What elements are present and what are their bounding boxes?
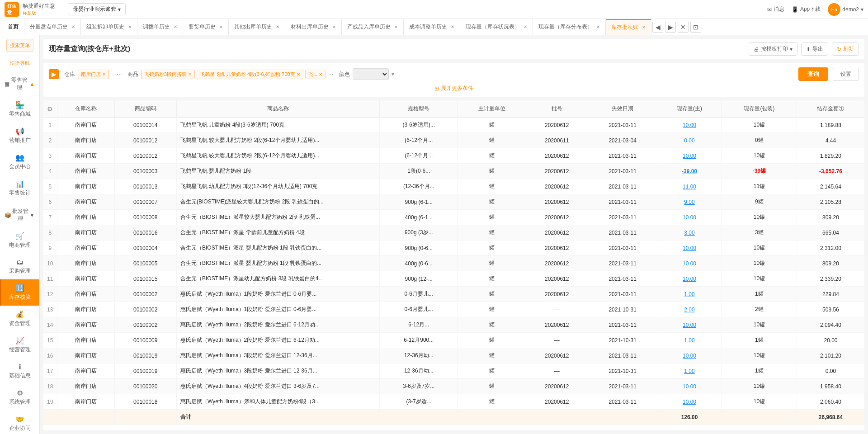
logo-text: 畅捷通好生意 标题版 [23,3,55,16]
message-btn[interactable]: ✉ 消息 [767,5,784,13]
app-download-btn[interactable]: 📱 App下载 [792,5,821,13]
cell-qty-main[interactable]: 1.00 [657,363,722,379]
cell-qty-main[interactable]: 10.00 [657,148,722,164]
sidebar-item-wholesale[interactable]: 📦 批发管理 ▼ [0,203,39,227]
table-gear-icon[interactable]: ⚙ [47,105,53,113]
tab-close-11[interactable]: ✕ [642,25,646,30]
expand-more-btn[interactable]: ⊞ 展开更多条件 [434,85,473,92]
cell-spec: 900g (0-6... [380,241,458,256]
tab-9[interactable]: 现存量（库存状况表） ✕ [460,19,533,35]
goods-tag-close-1[interactable]: ✕ [297,72,300,77]
sidebar-item-enterprise[interactable]: 🤝 企业协同 [0,410,39,434]
goods-tag-2[interactable]: 飞... ✕ [305,70,326,79]
tab-close-all-btn[interactable]: ✕ [678,22,689,33]
sidebar-item-finance[interactable]: 💰 资金管理 [0,306,39,332]
cell-qty-main[interactable]: 10.00 [657,271,722,287]
cell-qty-main[interactable]: 0.00 [657,133,722,148]
sum-empty-2 [57,410,114,425]
tab-close-10[interactable]: ✕ [596,24,600,29]
tab-close-3[interactable]: ✕ [174,24,177,29]
goods-more-btn[interactable]: ··· [328,71,334,78]
cell-qty-main[interactable]: 2.00 [657,302,722,317]
settings-btn[interactable]: 设置 [833,68,859,81]
tab-2[interactable]: 组装拆卸单历史 ✕ [81,19,137,35]
export-btn[interactable]: ⬆ 导出 [801,42,828,56]
tab-close-8[interactable]: ✕ [451,24,454,29]
quick-nav-btn[interactable]: 快捷导航 [0,56,39,70]
sidebar-item-marketing[interactable]: 📢 营销推广 [0,123,39,149]
color-select[interactable] [353,68,389,80]
cell-expire: 2021-03-04 [588,133,657,148]
cell-batch: 20200612 [526,210,588,225]
tab-close-7[interactable]: ✕ [394,24,398,29]
warehouse-more-btn[interactable]: ··· [117,71,122,78]
warehouse-tag-close-0[interactable]: ✕ [102,72,106,77]
cell-qty-main[interactable]: 1.00 [657,287,722,302]
tab-10[interactable]: 现存量（库存分布表） ✕ [533,19,606,35]
table-row: 8 南岸门店 00100016 合生元（BIOSTIME）派星 学龄前儿童配方奶… [43,225,864,241]
cell-qty-pkg: 1罐 [722,333,797,348]
tab-home[interactable]: 首页 [2,19,24,35]
sidebar-item-retail-stats[interactable]: 📊 零售统计 [0,175,39,201]
sum-qty-main: 126.00 [657,410,722,425]
sidebar-item-retail-shop[interactable]: 🏪 零售商城 [0,96,39,123]
tab-7[interactable]: 产成品入库单历史 ✕ [342,19,404,35]
goods-tag-0[interactable]: 飞鹤奶粉3段丙搭装 ✕ [141,70,195,79]
print-btn[interactable]: 🖨 按模板打印 ▾ [749,42,797,56]
cell-qty-main[interactable]: 10.00 [657,317,722,333]
th-qty-pkg: 现存量(包装) [722,100,797,118]
tab-close-2[interactable]: ✕ [128,24,132,29]
cell-qty-main[interactable]: 10.00 [657,118,722,133]
tab-3[interactable]: 调拨单历史 ✕ [137,19,183,35]
org-selector[interactable]: 母婴行业演示账套 ▾ [68,3,126,15]
filter-expand-arrow[interactable]: ▶ [49,69,59,79]
inventory-table: ⚙ 仓库名称 商品编码 商品名称 规格型号 主计量单位 批号 失效日期 现存量(… [43,100,864,425]
sidebar-item-inventory[interactable]: 🔢 库存核算 [0,279,39,306]
goods-tag-close-0[interactable]: ✕ [188,72,192,77]
tab-close-5[interactable]: ✕ [276,24,279,29]
sidebar-item-basic-info[interactable]: ℹ 基础信息 [0,358,39,384]
cell-qty-main[interactable]: 10.00 [657,394,722,410]
cell-qty-main[interactable]: 10.00 [657,210,722,225]
search-menu-btn[interactable]: 搜索英单 [6,39,33,52]
tab-8[interactable]: 成本调整单历史 ✕ [404,19,460,35]
sidebar-item-ecommerce[interactable]: 🛒 电商管理 [0,227,39,254]
search-btn[interactable]: 查询 [798,67,828,81]
tab-next-btn[interactable]: ▶ [665,22,676,33]
cell-name: 惠氏启赋（Wyeth illuma）亲和人体儿童配方奶粉4段（3... [177,394,380,410]
tab-1[interactable]: 分量盘点单历史 ✕ [24,19,81,35]
tab-menu-btn[interactable]: ⊡ [690,22,701,33]
tab-5[interactable]: 其他出库单历史 ✕ [229,19,285,35]
tab-close-6[interactable]: ✕ [332,24,336,29]
tab-prev-btn[interactable]: ◀ [652,22,663,33]
sidebar-item-operations[interactable]: 📈 经营管理 [0,332,39,358]
cell-qty-main[interactable]: 10.00 [657,256,722,271]
table-row: 13 南岸门店 00100002 惠氏启赋（Wyeth illuma）1段奶粉 … [43,302,864,317]
cell-qty-main[interactable]: 10.00 [657,241,722,256]
cell-qty-main[interactable]: 3.00 [657,225,722,241]
goods-tag-close-2[interactable]: ✕ [319,72,322,77]
warehouse-tag-0[interactable]: 南岸门店 ✕ [78,70,109,79]
tab-close-4[interactable]: ✕ [219,24,223,29]
cell-qty-main[interactable]: -39.00 [657,164,722,179]
color-expand-btn[interactable]: ▾ [392,71,394,77]
cell-qty-main[interactable]: 10.00 [657,348,722,363]
user-menu[interactable]: Ea demo2 ▾ [828,3,863,16]
cell-amount: 4.44 [797,133,864,148]
refresh-btn[interactable]: ↻ 刷新 [832,42,859,56]
tab-6[interactable]: 材料出库单历史 ✕ [285,19,342,35]
sidebar-item-members[interactable]: 👥 会员中心 [0,149,39,175]
tab-close-1[interactable]: ✕ [71,24,75,29]
tab-close-9[interactable]: ✕ [524,24,527,29]
cell-qty-main[interactable]: 10.00 [657,379,722,394]
tab-11[interactable]: 库存批次账 ✕ [606,19,651,35]
goods-tag-1[interactable]: 飞鹤星飞帆 儿童奶粉 4段(3-6岁适用) 700克 ✕ [197,70,303,79]
cell-qty-main[interactable]: 11.00 [657,179,722,194]
cell-qty-main[interactable]: 9.00 [657,194,722,210]
sidebar-item-retail-mgmt[interactable]: ▦ 零售管理 ▲ [0,72,39,96]
cell-code: 00100007 [114,194,177,210]
sidebar-item-system[interactable]: ⚙ 系统管理 [0,384,39,410]
cell-qty-main[interactable]: 1.00 [657,333,722,348]
tab-4[interactable]: 要货单历史 ✕ [183,19,229,35]
sidebar-item-purchase[interactable]: 🗂 采购管理 [0,254,39,279]
